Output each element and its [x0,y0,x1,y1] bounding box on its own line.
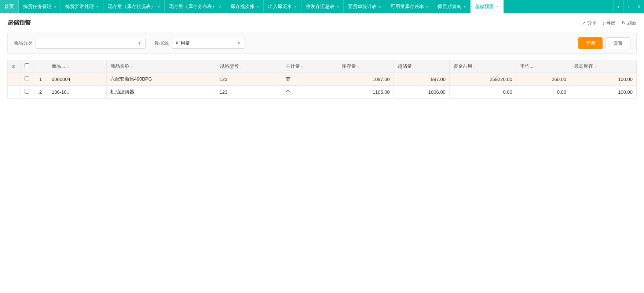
nav-close-icon-4[interactable]: × [219,4,221,9]
filter-actions: 查询 设置 [578,37,630,49]
row-unit-1: 个 [282,86,338,99]
nav-arrow-close[interactable]: × [634,0,644,13]
th-product-name[interactable]: 商品名称 ↕ [106,60,216,73]
category-select[interactable]: ▼ [36,38,146,49]
th-capital[interactable]: 资金占用 ↕ [449,60,516,73]
row-settings-1 [8,86,21,99]
row-unit-0: 套 [282,73,338,86]
th-max-stock[interactable]: 最高库存 ↕ [570,60,637,73]
export-label: 导出 [606,20,616,26]
sort-icon-unit: ↕ [301,64,303,68]
row-spec-0: 123 [216,73,282,86]
sort-icon-max-stock: ↕ [594,64,596,68]
nav-item-0[interactable]: 首页 [0,0,19,13]
sort-icon-product-name: ↕ [131,64,133,68]
nav-item-9[interactable]: 可用量库存账本 × [386,0,433,13]
nav-close-icon-1[interactable]: × [54,4,56,9]
page-container: 超储预警 ↗ 分享 ↓ 导出 ↻ 刷新 商品分类 ▼ 数据源 [0,13,644,293]
page-header: 超储预警 ↗ 分享 ↓ 导出 ↻ 刷新 [7,19,637,27]
nav-close-icon-8[interactable]: × [379,4,381,9]
th-over-stock[interactable]: 超储量 ↕ [394,60,449,73]
th-avg[interactable]: 平均... ↕ [516,60,570,73]
sort-icon-avg: ↕ [535,64,537,68]
nav-close-icon-2[interactable]: × [96,4,98,9]
th-avg-label: 平均... [520,63,534,70]
row-checkbox-1[interactable] [25,89,29,94]
refresh-button[interactable]: ↻ 刷新 [622,20,637,26]
top-nav: 首页拣货任务管理 ×拣货异常处理 ×现存量（库存状况表） ×现存量（库存分布表）… [0,0,644,13]
nav-item-7[interactable]: 收发存汇总表 × [301,0,344,13]
sort-icon-product-code: ↕ [67,64,69,68]
row-max-stock-0: 100.00 [570,73,637,86]
nav-item-5[interactable]: 库存批次账 × [226,0,264,13]
th-product-code[interactable]: 商品... ↕ [48,60,107,73]
nav-close-icon-3[interactable]: × [158,4,160,9]
nav-close-icon-10[interactable]: × [464,4,466,9]
th-spec-label: 规格型号 [220,63,239,70]
nav-close-icon-7[interactable]: × [337,4,339,9]
header-actions: ↗ 分享 ↓ 导出 ↻ 刷新 [582,20,637,26]
row-checkbox-cell-1 [21,86,33,99]
nav-close-icon-9[interactable]: × [426,4,428,9]
sort-icon-over-stock: ↕ [413,64,415,68]
th-max-stock-label: 最高库存 [574,63,593,70]
settings-button[interactable]: 设置 [605,37,630,49]
nav-item-4[interactable]: 现存量（库存分布表） × [165,0,226,13]
settings-gear-icon[interactable]: ⚙ [11,64,16,69]
datasource-label: 数据源 [154,40,169,47]
share-button[interactable]: ↗ 分享 [582,20,597,26]
row-checkbox-cell-0 [21,73,33,86]
filter-datasource: 数据源 可用量 ▼ [154,38,245,49]
nav-item-8[interactable]: 要货单统计表 × [344,0,386,13]
nav-arrow-left[interactable]: ‹ [613,0,623,13]
sort-icon-stock: ↕ [358,64,359,68]
query-button[interactable]: 查询 [578,37,603,49]
row-settings-0 [8,73,21,86]
table-row: 2 186-10... 机油滤清器 123 个 1106.00 1006.00 … [8,86,637,99]
refresh-icon: ↻ [622,20,626,26]
th-unit[interactable]: 主计量 ↕ [282,60,338,73]
nav-close-icon-5[interactable]: × [257,4,259,9]
data-table: ⚙ 商品... ↕ 商品名称 ↕ [7,60,637,99]
select-all-checkbox[interactable] [25,63,29,68]
row-over-stock-1: 1006.00 [394,86,449,99]
row-index-0: 1 [33,73,48,86]
row-stock-1: 1106.00 [338,86,394,99]
row-avg-0: 260.00 [516,73,570,86]
row-max-stock-1: 100.00 [570,86,637,99]
nav-item-3[interactable]: 现存量（库存状况表） × [103,0,165,13]
nav-item-2[interactable]: 拣货异常处理 × [61,0,103,13]
export-button[interactable]: ↓ 导出 [603,20,616,26]
nav-item-1[interactable]: 拣货任务管理 × [19,0,61,13]
row-over-stock-0: 997.00 [394,73,449,86]
th-capital-label: 资金占用 [453,63,472,70]
th-unit-label: 主计量 [286,63,300,70]
datasource-arrow-icon: ▼ [237,41,241,45]
row-checkbox-0[interactable] [25,76,29,81]
row-product-code-1: 186-10... [48,86,107,99]
export-icon: ↓ [603,20,605,26]
nav-item-11[interactable]: 超储预警 × [471,0,503,13]
row-product-name-1: 机油滤清器 [106,86,216,99]
th-over-stock-label: 超储量 [398,63,412,70]
refresh-label: 刷新 [627,20,637,26]
nav-item-10[interactable]: 保质期查询 × [433,0,471,13]
row-spec-1: 123 [216,86,282,99]
th-spec[interactable]: 规格型号 ↕ [216,60,282,73]
page-title: 超储预警 [7,19,31,27]
datasource-select[interactable]: 可用量 ▼ [172,38,245,49]
th-stock-label: 库存量 [342,63,356,70]
row-index-1: 2 [33,86,48,99]
datasource-value: 可用量 [176,40,190,47]
row-product-name-0: 六配套新昌490BPG [106,73,216,86]
nav-close-icon-6[interactable]: × [294,4,296,9]
th-stock[interactable]: 库存量 ↕ [338,60,394,73]
row-capital-0: 259220.00 [449,73,516,86]
table-row: 1 0000004 六配套新昌490BPG 123 套 1097.00 997.… [8,73,637,86]
row-product-code-0: 0000004 [48,73,107,86]
nav-item-6[interactable]: 出入库流水 × [264,0,301,13]
th-settings: ⚙ [8,60,21,73]
nav-arrow-right[interactable]: › [623,0,634,13]
sort-icon-capital: ↕ [474,64,476,68]
nav-close-icon-11[interactable]: × [496,4,498,9]
